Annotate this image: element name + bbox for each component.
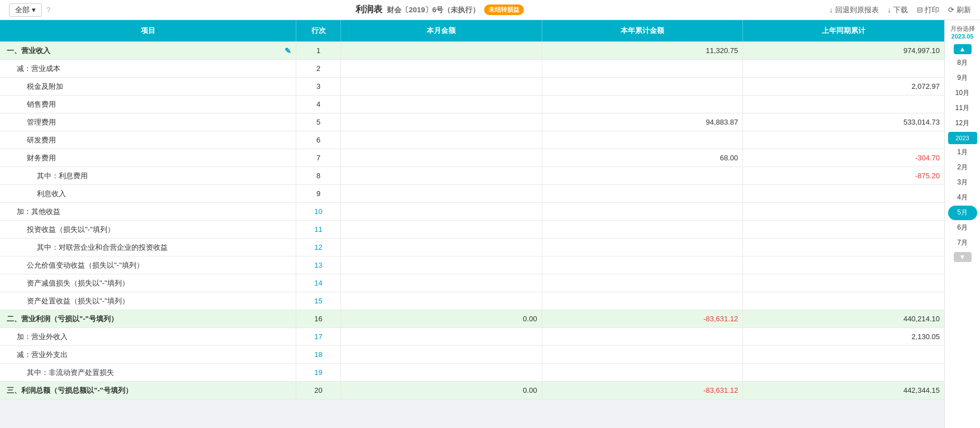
row-ytd-amount [542, 239, 744, 256]
sidebar-month-item[interactable]: 12月 [948, 116, 977, 131]
row-name: 资产处置收益（损失以"-"填列） [0, 292, 296, 310]
col-header-ytd: 本年累计金额 [542, 20, 744, 41]
row-seq: 20 [296, 382, 341, 399]
row-ytd-amount [542, 346, 744, 363]
row-seq: 10 [296, 203, 341, 220]
report-title: 利润表 [356, 4, 382, 16]
chevron-down-icon: ▾ [32, 6, 36, 14]
row-ytd-amount [542, 203, 744, 220]
row-ytd-amount [542, 167, 744, 184]
row-seq: 9 [296, 185, 341, 202]
row-prior-amount [743, 131, 944, 149]
sidebar-month-item[interactable]: 10月 [948, 86, 977, 101]
row-month-amount [341, 256, 542, 274]
row-name: 其中：非流动资产处置损失 [0, 364, 296, 381]
row-seq: 18 [296, 346, 341, 363]
table-row: 销售费用4 [0, 96, 944, 113]
table-row: 减：营业外支出18 [0, 346, 944, 364]
table-row: 投资收益（损失以"-"填列）11 [0, 221, 944, 239]
row-seq: 3 [296, 78, 341, 95]
table-area: 项目 行次 本月金额 本年累计金额 上年同期累计 一、营业收入✎111,320.… [0, 20, 944, 428]
table-row: 公允价值变动收益（损失以"-"填列）13 [0, 256, 944, 274]
row-month-amount [341, 364, 542, 381]
row-month-amount [341, 274, 542, 292]
row-ytd-amount: -83,631.12 [542, 382, 744, 399]
sidebar-month-item[interactable]: 11月 [948, 101, 977, 116]
table-row: 减：营业成本2 [0, 60, 944, 78]
table-row: 加：营业外收入172,130.05 [0, 328, 944, 346]
download-button[interactable]: ↓ 下载 [888, 5, 908, 15]
row-name: 其中：利息费用 [0, 167, 296, 184]
row-seq: 11 [296, 221, 341, 238]
table-header: 项目 行次 本月金额 本年累计金额 上年同期累计 [0, 20, 944, 42]
row-prior-amount [743, 364, 944, 381]
row-prior-amount: -875.20 [743, 167, 944, 184]
back-button[interactable]: ↓ 回退到原报表 [829, 5, 878, 15]
row-seq: 7 [296, 149, 341, 167]
row-ytd-amount [542, 274, 744, 292]
sidebar-months: 8月9月10月11月12月20231月2月3月4月5月6月7月 [948, 55, 977, 251]
sidebar-month-item[interactable]: 8月 [948, 56, 977, 70]
row-month-amount [341, 96, 542, 113]
print-button[interactable]: ⊟ 打印 [917, 5, 940, 15]
row-ytd-amount [542, 96, 744, 113]
row-ytd-amount [542, 328, 744, 345]
row-name: 加：营业外收入 [0, 328, 296, 345]
row-seq: 8 [296, 167, 341, 184]
col-header-prior: 上年同期累计 [743, 20, 944, 41]
row-prior-amount [743, 292, 944, 310]
row-prior-amount: 2,072.97 [743, 78, 944, 95]
sidebar-month-item[interactable]: 6月 [948, 221, 977, 235]
row-ytd-amount [542, 60, 744, 77]
row-prior-amount: 440,214.10 [743, 310, 944, 327]
status-badge: 未结转损益 [484, 4, 524, 15]
sidebar-month-item[interactable]: 2023 [948, 132, 977, 144]
table-row: 税金及附加32,072.97 [0, 78, 944, 96]
row-seq: 6 [296, 131, 341, 149]
edit-icon[interactable]: ✎ [285, 46, 291, 55]
row-prior-amount: -304.70 [743, 149, 944, 167]
row-prior-amount [743, 239, 944, 256]
row-prior-amount [743, 221, 944, 238]
row-prior-amount [743, 203, 944, 220]
row-month-amount [341, 292, 542, 310]
row-month-amount [341, 167, 542, 184]
row-name: 利息收入 [0, 185, 296, 202]
refresh-button[interactable]: ⟳ 刷新 [948, 5, 971, 15]
question-icon[interactable]: ? [46, 6, 50, 14]
row-seq: 5 [296, 113, 341, 131]
row-prior-amount: 974,997.10 [743, 42, 944, 59]
row-month-amount [341, 221, 542, 238]
sidebar-up-button[interactable]: ▲ [954, 44, 972, 54]
row-seq: 12 [296, 239, 341, 256]
table-row: 三、利润总额（亏损总额以"-"号填列）200.00-83,631.12442,3… [0, 382, 944, 400]
table-row: 其中：对联营企业和合营企业的投资收益12 [0, 239, 944, 256]
row-name: 三、利润总额（亏损总额以"-"号填列） [0, 382, 296, 399]
row-seq: 15 [296, 292, 341, 310]
sidebar-month-item[interactable]: 4月 [948, 191, 977, 205]
table-row: 资产处置收益（损失以"-"填列）15 [0, 292, 944, 310]
top-bar-right: ↓ 回退到原报表 ↓ 下载 ⊟ 打印 ⟳ 刷新 [829, 5, 971, 15]
table-row: 二、营业利润（亏损以"-"号填列）160.00-83,631.12440,214… [0, 310, 944, 328]
col-header-name: 项目 [0, 20, 296, 41]
row-seq: 1 [296, 42, 341, 59]
row-ytd-amount: -83,631.12 [542, 310, 744, 327]
row-prior-amount [743, 185, 944, 202]
sidebar-month-item[interactable]: 9月 [948, 71, 977, 85]
sidebar-down-button[interactable]: ▼ [954, 252, 972, 262]
row-ytd-amount [542, 256, 744, 274]
table-row: 加：其他收益10 [0, 203, 944, 221]
row-month-amount [341, 131, 542, 149]
sidebar-month-item[interactable]: 3月 [948, 175, 977, 190]
sidebar-month-item[interactable]: 7月 [948, 236, 977, 250]
sidebar-month-item[interactable]: 2月 [948, 160, 977, 175]
row-seq: 16 [296, 310, 341, 327]
row-seq: 2 [296, 60, 341, 77]
table-row: 资产减值损失（损失以"-"填列）14 [0, 274, 944, 292]
sidebar-month-item[interactable]: 1月 [948, 145, 977, 160]
row-name: 税金及附加 [0, 78, 296, 95]
col-header-month: 本月金额 [341, 20, 542, 41]
sidebar-month-item[interactable]: 5月 [948, 206, 977, 220]
row-ytd-amount [542, 221, 744, 238]
dropdown-button[interactable]: 全部 ▾ [9, 3, 42, 17]
